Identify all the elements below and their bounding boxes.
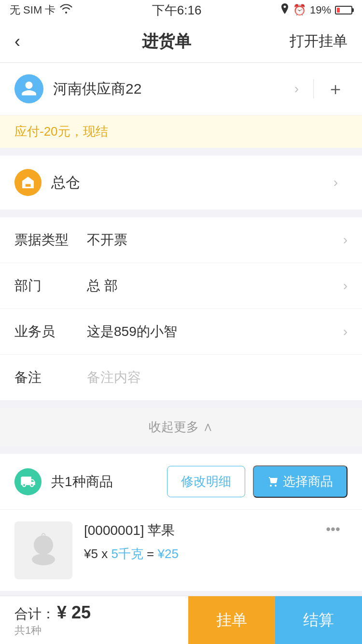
- location-icon: [280, 3, 289, 17]
- nav-bar: ‹ 进货单 打开挂单: [0, 20, 362, 63]
- status-time: 下午6:16: [152, 2, 202, 19]
- product-count-text: 共1种商品: [51, 473, 167, 491]
- supplier-notice: 应付-20元，现结: [0, 115, 362, 148]
- product-header: 共1种商品 修改明细 选择商品: [0, 454, 362, 510]
- alarm-icon: ⏰: [293, 4, 306, 16]
- supplier-name: 河南供应商22: [53, 79, 294, 99]
- product-more-button[interactable]: •••: [319, 521, 348, 537]
- add-supplier-button[interactable]: ＋: [323, 77, 348, 101]
- pending-button[interactable]: 挂单: [188, 596, 275, 644]
- warehouse-row[interactable]: 总仓 ›: [0, 155, 362, 210]
- ticket-type-value: 不开票: [72, 231, 343, 249]
- battery-icon: [335, 6, 352, 14]
- salesman-label: 业务员: [14, 322, 72, 341]
- department-row[interactable]: 部门 总 部 ›: [0, 263, 362, 309]
- supplier-chevron-icon: ›: [294, 81, 299, 97]
- status-right: ⏰ 19%: [280, 3, 352, 17]
- sim-status: 无 SIM 卡: [10, 3, 56, 17]
- product-price: ¥5 x 5千克 = ¥25: [84, 546, 319, 562]
- total-amount: ¥ 25: [57, 602, 91, 623]
- wifi-icon: [59, 4, 73, 16]
- department-value: 总 部: [72, 277, 343, 295]
- svg-point-0: [34, 535, 53, 555]
- supplier-section: 河南供应商22 › ＋ 应付-20元，现结: [0, 63, 362, 148]
- supplier-avatar: [14, 74, 43, 103]
- bottom-bar: 合计： ¥ 25 共1种 挂单 结算: [0, 596, 362, 644]
- product-item: [0000001] 苹果 ¥5 x 5千克 = ¥25 •••: [0, 510, 362, 591]
- total-label: 合计：: [14, 605, 55, 623]
- warehouse-name: 总仓: [51, 173, 334, 193]
- collapse-bar[interactable]: 收起更多 ∧: [0, 408, 362, 446]
- ticket-type-row[interactable]: 票据类型 不开票 ›: [0, 217, 362, 263]
- warehouse-section: 总仓 ›: [0, 155, 362, 210]
- warehouse-icon: [14, 169, 42, 196]
- salesman-row[interactable]: 业务员 这是859的小智 ›: [0, 309, 362, 355]
- battery-text: 19%: [310, 4, 331, 16]
- ticket-type-chevron-icon: ›: [343, 232, 348, 248]
- department-label: 部门: [14, 277, 72, 295]
- svg-point-1: [32, 554, 55, 565]
- form-section: 票据类型 不开票 › 部门 总 部 › 业务员 这是859的小智 › 备注 备注…: [0, 217, 362, 400]
- product-info: [0000001] 苹果 ¥5 x 5千克 = ¥25: [84, 521, 319, 562]
- status-bar: 无 SIM 卡 下午6:16 ⏰ 19%: [0, 0, 362, 20]
- settle-button[interactable]: 结算: [275, 596, 362, 644]
- open-pending-button[interactable]: 打开挂单: [290, 31, 348, 51]
- back-button[interactable]: ‹: [14, 31, 43, 52]
- product-count-icon: [14, 468, 42, 495]
- salesman-value: 这是859的小智: [72, 322, 343, 341]
- product-section: 共1种商品 修改明细 选择商品 [0000001] 苹果 ¥5: [0, 454, 362, 591]
- product-name: [0000001] 苹果: [84, 521, 319, 540]
- remark-row[interactable]: 备注 备注内容: [0, 355, 362, 400]
- total-section: 合计： ¥ 25 共1种: [0, 596, 188, 644]
- warehouse-chevron-icon: ›: [334, 175, 338, 190]
- remark-label: 备注: [14, 368, 72, 387]
- total-count: 共1种: [14, 623, 174, 638]
- edit-detail-button[interactable]: 修改明细: [167, 466, 245, 497]
- salesman-chevron-icon: ›: [343, 324, 348, 339]
- supplier-row[interactable]: 河南供应商22 › ＋: [0, 63, 362, 115]
- divider: [313, 79, 314, 98]
- status-left: 无 SIM 卡: [10, 3, 73, 17]
- ticket-type-label: 票据类型: [14, 231, 72, 249]
- department-chevron-icon: ›: [343, 278, 348, 294]
- select-product-label: 选择商品: [283, 473, 333, 490]
- remark-input[interactable]: 备注内容: [72, 368, 348, 387]
- cart-icon: [267, 476, 279, 488]
- product-thumbnail: [14, 521, 72, 579]
- page-title: 进货单: [142, 30, 191, 53]
- select-product-button[interactable]: 选择商品: [253, 465, 348, 498]
